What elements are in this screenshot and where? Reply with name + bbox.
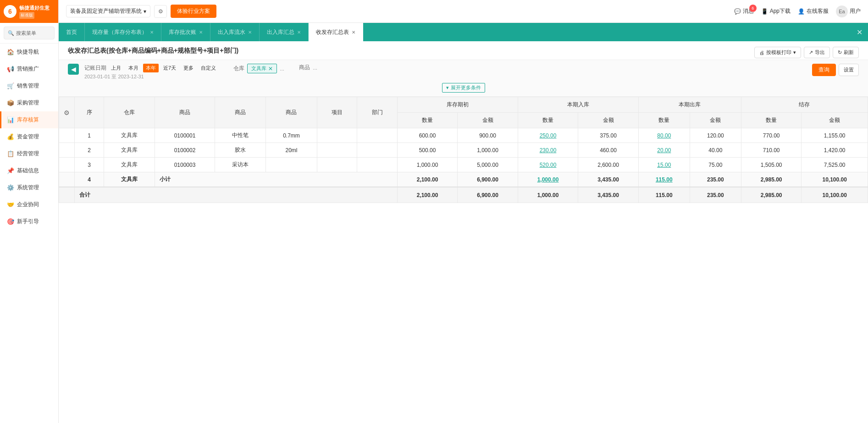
- row-out-qty[interactable]: 20.00: [638, 143, 690, 158]
- date-option-last-month[interactable]: 上月: [108, 64, 124, 72]
- subtotal-in-qty[interactable]: 1,000.00: [518, 172, 578, 187]
- app-download-button[interactable]: 📱 App下载: [761, 7, 791, 15]
- sidebar-item-guide[interactable]: 🎯 新手引导: [0, 213, 58, 230]
- sidebar-item-quick-nav[interactable]: 🏠 快捷导航: [0, 44, 58, 60]
- total-balance-qty: 2,985.00: [741, 187, 802, 203]
- sidebar-item-enterprise[interactable]: 🤝 企业协同: [0, 196, 58, 213]
- filter-row-2: ▾ 展开更多条件: [68, 83, 859, 93]
- query-action-group: 查询 设置: [812, 64, 859, 76]
- tab-bar-close-btn[interactable]: ✕: [851, 28, 868, 37]
- row-in-qty[interactable]: 250.00: [518, 128, 578, 143]
- warehouse-more-dots[interactable]: ...: [280, 66, 284, 72]
- guide-icon: 🎯: [7, 218, 14, 225]
- th-out: 本期出库: [638, 97, 741, 113]
- total-out-amount: 235.00: [690, 187, 741, 203]
- th-department: 部门: [357, 97, 397, 128]
- row-out-qty[interactable]: 15.00: [638, 158, 690, 172]
- row-project: [317, 128, 357, 143]
- user-button[interactable]: Ea 用户: [836, 5, 861, 17]
- goods-filter: 商品 ...: [299, 64, 317, 71]
- settings-small-button[interactable]: 设置: [839, 64, 859, 76]
- tab-flow[interactable]: 出入库流水 ✕: [210, 23, 260, 41]
- export-icon: ↗: [809, 49, 813, 55]
- tab-close-batch-ledger[interactable]: ✕: [199, 30, 203, 35]
- system-selector[interactable]: 装备及固定资产辅助管理系统 ▾: [66, 5, 150, 17]
- tab-close-inventory-dist[interactable]: ✕: [150, 30, 154, 35]
- sidebar-item-inventory[interactable]: 📊 库存核算: [0, 111, 58, 128]
- row-in-qty[interactable]: 520.00: [518, 158, 578, 172]
- sidebar-item-operations[interactable]: 📋 经营管理: [0, 145, 58, 162]
- page-header-area: 收发存汇总表(按仓库+商品编码+商品+规格型号+项目+部门) 🖨 按模板打印 ▾…: [59, 41, 868, 55]
- date-range-display: 2023-01-01 至 2023-12-31: [84, 73, 219, 80]
- tab-close-receive-summary[interactable]: ✕: [352, 30, 355, 35]
- tab-batch-ledger[interactable]: 库存批次账 ✕: [161, 23, 210, 41]
- tab-receive-summary[interactable]: 收发存汇总表 ✕: [309, 23, 363, 41]
- row-out-amount: 120.00: [690, 128, 741, 143]
- sidebar-item-sales[interactable]: 🛒 销售管理: [0, 77, 58, 94]
- tab-summary[interactable]: 出入库汇总 ✕: [260, 23, 309, 41]
- row-opening-qty: 500.00: [397, 143, 458, 158]
- row-code: 0100001: [155, 128, 215, 143]
- table-footer: 合计 2,100.00 6,900.00 1,000.00 3,435.00 1…: [59, 187, 868, 203]
- search-icon: 🔍: [8, 30, 14, 36]
- print-icon: 🖨: [759, 50, 764, 55]
- search-menu-button[interactable]: 🔍 搜索菜单: [4, 27, 55, 39]
- subtotal-out-qty[interactable]: 115.00: [638, 172, 690, 187]
- table-settings-icon[interactable]: ⚙: [64, 109, 70, 116]
- sidebar-item-marketing[interactable]: 📢 营销推广: [0, 60, 58, 77]
- th-opening-qty: 数量: [397, 113, 458, 128]
- row-warehouse: 文具库: [104, 143, 155, 158]
- goods-label: 商品: [299, 64, 310, 71]
- sidebar-item-system[interactable]: ⚙️ 系统管理: [0, 179, 58, 196]
- date-option-this-month[interactable]: 本月: [126, 64, 141, 72]
- trial-button[interactable]: 体验行业方案: [171, 5, 216, 18]
- row-balance-qty: 710.00: [741, 143, 802, 158]
- row-spec: 0.7mm: [265, 128, 317, 143]
- tab-inventory-dist[interactable]: 现存量（库存分布表） ✕: [85, 23, 161, 41]
- sidebar-item-basic[interactable]: 📌 基础信息: [0, 162, 58, 179]
- goods-more-dots[interactable]: ...: [313, 65, 317, 71]
- export-button[interactable]: ↗ 导出: [804, 47, 830, 58]
- subtotal-balance-amount: 10,100.00: [802, 172, 868, 187]
- row-in-qty[interactable]: 230.00: [518, 143, 578, 158]
- date-option-custom[interactable]: 自定义: [198, 64, 219, 72]
- row-no: 3: [75, 158, 104, 172]
- chevron-down-icon: ▾: [144, 8, 146, 15]
- query-button[interactable]: 查询: [812, 64, 836, 76]
- row-spec: 20ml: [265, 143, 317, 158]
- th-warehouse: 仓库: [104, 97, 155, 128]
- expand-icon: ▾: [446, 85, 449, 91]
- system-icon: ⚙️: [7, 184, 14, 192]
- filter-collapse-button[interactable]: ◀: [68, 64, 79, 75]
- date-option-7days[interactable]: 近7天: [160, 64, 179, 72]
- total-label-cell: 合计: [75, 187, 398, 203]
- date-label: 记账日期: [84, 64, 106, 72]
- row-name: 中性笔: [215, 128, 266, 143]
- th-goods-spec: 商品: [265, 97, 317, 128]
- expand-conditions-button[interactable]: ▾ 展开更多条件: [442, 83, 485, 93]
- finance-icon: 💰: [7, 133, 14, 141]
- sidebar-item-finance[interactable]: 💰 资金管理: [0, 128, 58, 145]
- warehouse-tag-close[interactable]: ✕: [268, 66, 273, 72]
- tab-close-flow[interactable]: ✕: [248, 30, 252, 35]
- th-opening: 库存期初: [397, 97, 518, 113]
- online-service-button[interactable]: 👤 在线客服: [798, 7, 829, 15]
- logo-icon: 6: [4, 5, 17, 18]
- subtotal-out-amount: 235.00: [690, 172, 741, 187]
- subtotal-warehouse: 文具库: [104, 172, 155, 187]
- tab-close-summary[interactable]: ✕: [297, 30, 301, 35]
- date-option-this-year[interactable]: 本年: [143, 64, 159, 72]
- sidebar-item-purchase[interactable]: 📦 采购管理: [0, 94, 58, 111]
- print-button[interactable]: 🖨 按模板打印 ▾: [754, 47, 801, 58]
- chevron-down-small-icon: ▾: [793, 49, 796, 55]
- refresh-button[interactable]: ↻ 刷新: [833, 47, 859, 58]
- th-in-qty: 数量: [518, 113, 578, 128]
- tab-home[interactable]: 首页: [59, 23, 85, 41]
- th-out-amount: 金额: [690, 113, 741, 128]
- row-out-qty[interactable]: 80.00: [638, 128, 690, 143]
- date-option-more[interactable]: 更多: [181, 64, 196, 72]
- row-in-amount: 460.00: [578, 143, 639, 158]
- th-project: 项目: [317, 97, 357, 128]
- gear-button[interactable]: ⚙: [154, 5, 167, 18]
- message-button[interactable]: 💬 消息 6: [734, 7, 754, 15]
